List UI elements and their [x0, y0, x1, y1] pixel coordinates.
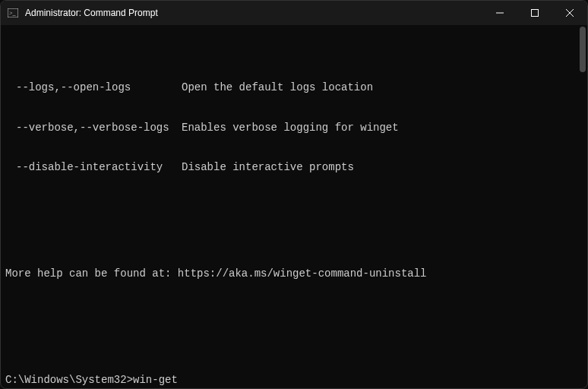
option-row: --logs,--open-logsOpen the default logs … — [5, 81, 583, 95]
prompt-line: C:\Windows\System32>win-get — [5, 374, 583, 387]
window-title: Administrator: Command Prompt — [25, 8, 482, 18]
option-desc: Open the default logs location — [182, 81, 373, 95]
option-row: --disable-interactivityDisable interacti… — [5, 161, 583, 175]
help-line: More help can be found at: https://aka.m… — [5, 267, 583, 281]
option-desc: Enables verbose logging for winget — [182, 122, 399, 135]
command-text: win-get — [133, 374, 178, 386]
titlebar[interactable]: >_ Administrator: Command Prompt — [1, 1, 587, 25]
scrollbar-thumb[interactable] — [580, 27, 586, 72]
close-button[interactable] — [552, 1, 587, 25]
help-url: https://aka.ms/winget-command-uninstall — [178, 267, 427, 280]
maximize-button[interactable] — [517, 1, 552, 25]
option-desc: Disable interactive prompts — [182, 161, 354, 175]
terminal-output[interactable]: --logs,--open-logsOpen the default logs … — [1, 25, 587, 388]
option-flag: --logs,--open-logs — [5, 81, 182, 95]
app-icon: >_ — [7, 7, 19, 19]
minimize-button[interactable] — [482, 1, 517, 25]
svg-rect-3 — [532, 10, 539, 17]
svg-text:>_: >_ — [9, 10, 17, 17]
blank-line — [5, 214, 583, 228]
option-row: --verbose,--verbose-logsEnables verbose … — [5, 122, 583, 135]
blank-line — [5, 321, 583, 334]
option-flag: --disable-interactivity — [5, 161, 182, 175]
window-controls — [482, 1, 587, 25]
prompt-path: C:\Windows\System32> — [5, 374, 133, 386]
option-flag: --verbose,--verbose-logs — [5, 122, 182, 135]
help-prefix: More help can be found at: — [5, 267, 178, 280]
